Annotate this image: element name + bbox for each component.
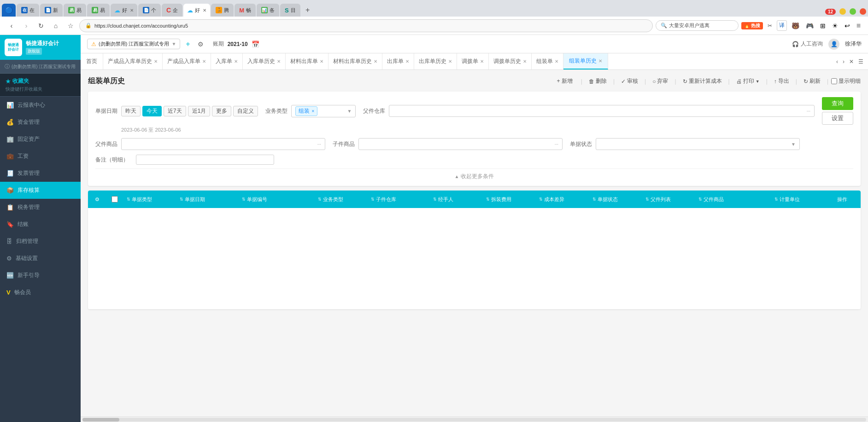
tab-close-inbound-history[interactable]: ✕ xyxy=(277,59,281,64)
show-detail-checkbox[interactable] xyxy=(831,78,837,84)
date-month-btn[interactable]: 近1月 xyxy=(188,106,211,116)
tab-close-material-out[interactable]: ✕ xyxy=(320,59,323,64)
th-disassembly[interactable]: ⇅ 拆装费用 xyxy=(482,196,535,203)
new-tab-button[interactable]: + xyxy=(301,4,314,17)
th-unit[interactable]: ⇅ 计量单位 xyxy=(771,196,824,203)
tab-close-5[interactable]: ✕ xyxy=(130,8,134,13)
browser-tab-6[interactable]: 📄 个 xyxy=(138,4,161,17)
sidebar-item-archive[interactable]: 🗄 归档管理 xyxy=(0,233,81,250)
sidebar-item-cloud-report[interactable]: 📊 云报表中心 xyxy=(0,97,81,114)
browser-tab-3[interactable]: 易 易 xyxy=(64,4,86,17)
browser-tab-12[interactable]: S 目 xyxy=(280,4,300,17)
tool-brightness[interactable]: ☀ xyxy=(830,21,840,30)
tab-close-production[interactable]: ✕ xyxy=(202,59,206,64)
tab-menu-btn[interactable]: ☰ xyxy=(856,58,865,66)
tool-menu[interactable]: ≡ xyxy=(855,21,862,31)
tab-close-all-btn[interactable]: ✕ xyxy=(847,58,856,66)
sidebar-item-inventory[interactable]: 📦 库存核算 xyxy=(0,182,81,199)
sidebar-item-member[interactable]: V 畅会员 xyxy=(0,284,81,301)
sidebar-item-fund[interactable]: 💰 资金管理 xyxy=(0,114,81,131)
nav-forward[interactable]: › xyxy=(20,20,32,32)
th-doc-status[interactable]: ⇅ 单据状态 xyxy=(589,196,642,203)
child-goods-more-icon[interactable]: ··· xyxy=(555,142,558,147)
nav-back[interactable]: ‹ xyxy=(6,20,18,32)
th-date[interactable]: ⇅ 单据日期 xyxy=(176,196,238,203)
company-settings-btn[interactable]: ⚙ xyxy=(196,40,205,48)
sidebar-item-fixed-asset[interactable]: 🏢 固定资产 xyxy=(0,131,81,148)
th-number[interactable]: ⇅ 单据编号 xyxy=(238,196,314,203)
tab-inbound[interactable]: 入库单 ✕ xyxy=(211,53,243,69)
scrollbar-area[interactable] xyxy=(81,416,868,422)
tab-outbound-history[interactable]: 出库单历史 ✕ xyxy=(414,53,457,69)
sidebar-item-tax[interactable]: 📋 税务管理 xyxy=(0,199,81,216)
sidebar-item-invoice[interactable]: 🧾 发票管理 xyxy=(0,165,81,182)
tab-inbound-history[interactable]: 入库单历史 ✕ xyxy=(243,53,286,69)
tab-close-production-history[interactable]: ✕ xyxy=(154,59,158,64)
th-parent-list[interactable]: ⇅ 父件列表 xyxy=(642,196,695,203)
parent-goods-more-icon[interactable]: ··· xyxy=(317,142,321,147)
browser-tab-11[interactable]: 📊 各 xyxy=(257,4,279,17)
sidebar-item-salary[interactable]: 💼 工资 xyxy=(0,148,81,165)
date-custom-btn[interactable]: 自定义 xyxy=(233,106,258,116)
user-avatar[interactable]: 👤 xyxy=(828,39,839,50)
nav-refresh[interactable]: ↻ xyxy=(35,20,47,32)
search-box[interactable]: 🔍 大量安卓用户逃离 xyxy=(656,20,739,31)
print-button[interactable]: 🖨 打印 ▼ xyxy=(733,75,763,87)
tool-translate[interactable]: 译 xyxy=(777,20,787,31)
browser-tab-10[interactable]: M 畅 xyxy=(235,4,256,17)
tab-assembly[interactable]: 组装单 ✕ xyxy=(532,53,563,69)
more-options-icon[interactable]: ··· xyxy=(807,109,810,114)
tab-close-outbound-history[interactable]: ✕ xyxy=(448,59,452,64)
refresh-button[interactable]: ↻ 刷新 xyxy=(800,75,824,87)
th-type[interactable]: ⇅ 单据类型 xyxy=(123,196,176,203)
tab-home[interactable]: 首页 xyxy=(81,53,103,69)
maximize-button[interactable] xyxy=(850,8,856,15)
tool-game[interactable]: 🎮 xyxy=(804,21,815,30)
nav-home[interactable]: ⌂ xyxy=(50,20,62,32)
parent-warehouse-input[interactable]: ··· xyxy=(389,105,815,117)
delete-button[interactable]: 🗑 删除 xyxy=(585,75,610,87)
show-detail-checkbox-label[interactable]: 显示明细 xyxy=(831,77,861,85)
browser-tab-9[interactable]: 🏃 腾 xyxy=(211,4,234,17)
th-child-warehouse[interactable]: ⇅ 子件仓库 xyxy=(367,196,429,203)
th-cost-diff[interactable]: ⇅ 成本差异 xyxy=(535,196,588,203)
tab-close-inbound[interactable]: ✕ xyxy=(234,59,238,64)
child-goods-input[interactable]: ··· xyxy=(358,138,563,150)
tab-transfer-history[interactable]: 调拨单历史 ✕ xyxy=(489,53,532,69)
business-type-value[interactable]: 组装 × ▼ xyxy=(291,105,356,117)
tool-scissors[interactable]: ✂ xyxy=(766,22,774,30)
company-selector[interactable]: ⚠ (勿删勿禁用) 江西服宝测试专用 ▼ xyxy=(87,39,180,49)
tab-close-8[interactable]: ✕ xyxy=(203,8,206,13)
th-business[interactable]: ⇅ 业务类型 xyxy=(314,196,367,203)
tab-assembly-history[interactable]: 组装单历史 ✕ xyxy=(563,53,608,69)
note-input[interactable] xyxy=(136,155,274,165)
tab-production[interactable]: 产成品入库单 ✕ xyxy=(163,53,211,69)
abandon-button[interactable]: ○ 弃审 xyxy=(649,75,672,87)
tab-material-out[interactable]: 材料出库单 ✕ xyxy=(286,53,328,69)
sidebar-item-settings[interactable]: ⚙ 基础设置 xyxy=(0,250,81,267)
browser-tab-8[interactable]: ☁ 好 ✕ xyxy=(183,4,210,17)
tab-production-history[interactable]: 产成品入库单历史 ✕ xyxy=(103,53,163,69)
tag-close-icon[interactable]: × xyxy=(311,109,314,114)
tab-close-assembly[interactable]: ✕ xyxy=(555,59,558,64)
browser-tab-4[interactable]: 易 易 xyxy=(87,4,110,17)
tab-close-transfer[interactable]: ✕ xyxy=(480,59,484,64)
doc-status-select[interactable]: ▼ xyxy=(596,138,800,150)
nav-bookmark[interactable]: ☆ xyxy=(65,20,76,32)
sidebar-item-settlement[interactable]: 🔖 结账 xyxy=(0,216,81,233)
scrollbar-thumb[interactable] xyxy=(82,418,119,422)
service-btn[interactable]: 🎧 人工咨询 xyxy=(792,40,823,48)
date-more-btn[interactable]: 更多 xyxy=(212,106,231,116)
url-bar[interactable]: 🔒 https://cloud.chanjet.com/accounting/u… xyxy=(79,19,653,32)
tab-close-outbound[interactable]: ✕ xyxy=(405,59,409,64)
sidebar-item-guide[interactable]: 🆕 新手引导 xyxy=(0,267,81,284)
tab-next-btn[interactable]: › xyxy=(841,58,846,66)
favorites-section[interactable]: ★ 收藏夹 快捷键打开收藏夹 xyxy=(0,74,81,97)
date-today-btn[interactable]: 今天 xyxy=(142,106,162,116)
tab-transfer[interactable]: 调拨单 ✕ xyxy=(457,53,489,69)
browser-tab-1[interactable]: 在 在 xyxy=(17,4,39,17)
browser-tab-5[interactable]: ☁ 好 ✕ xyxy=(111,4,137,17)
th-parent-goods[interactable]: ⇅ 父件商品 xyxy=(695,196,771,203)
th-settings[interactable]: ⚙ xyxy=(88,197,106,202)
review-button[interactable]: ✓ 审核 xyxy=(617,75,642,87)
